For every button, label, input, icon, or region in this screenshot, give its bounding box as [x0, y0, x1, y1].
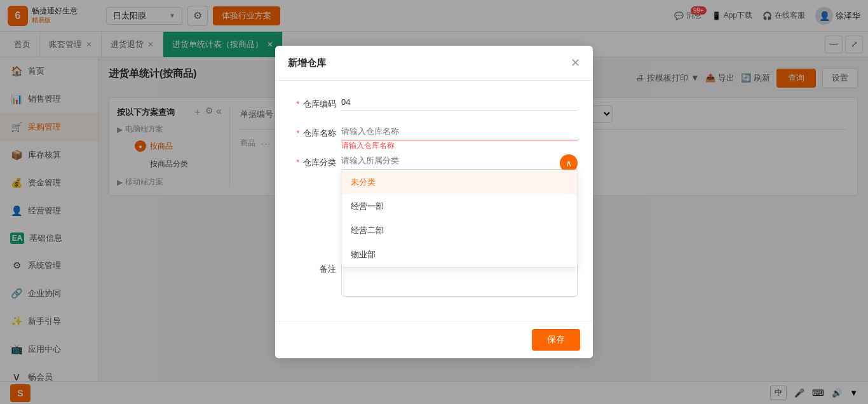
name-label: * 仓库名称: [290, 123, 341, 139]
dropdown-item-dept1[interactable]: 经营一部: [342, 194, 577, 219]
category-input[interactable]: [341, 152, 578, 170]
modal-body: * 仓库编码 * 仓库名称 请输入仓库名称 * 仓库分类 ∧: [275, 81, 593, 321]
save-button[interactable]: 保存: [532, 329, 580, 351]
modal-title: 新增仓库: [288, 57, 326, 69]
name-form-row: * 仓库名称 请输入仓库名称: [290, 123, 578, 140]
notes-label: 备注: [290, 259, 341, 275]
modal-close-button[interactable]: ✕: [571, 56, 580, 70]
dropdown-item-dept2[interactable]: 经营二部: [342, 219, 577, 243]
name-error-message: 请输入仓库名称: [341, 140, 395, 151]
dropdown-item-dept3[interactable]: 物业部: [342, 243, 577, 267]
required-star: *: [296, 99, 299, 109]
code-label: * 仓库编码: [290, 93, 341, 110]
category-input-wrapper: ∧ 未分类 经营一部 经营二部 物业部: [341, 152, 578, 170]
code-form-row: * 仓库编码: [290, 93, 578, 111]
modal-header: 新增仓库 ✕: [275, 46, 593, 81]
dropdown-item-uncategorized[interactable]: 未分类: [342, 170, 577, 194]
code-input[interactable]: [341, 93, 578, 111]
category-label: * 仓库分类: [290, 152, 341, 168]
name-input[interactable]: [341, 123, 578, 140]
add-warehouse-modal: 新增仓库 ✕ * 仓库编码 * 仓库名称 请输入仓库名称 *: [275, 46, 593, 358]
modal-footer: 保存: [275, 321, 593, 358]
category-form-row: * 仓库分类 ∧ 未分类 经营一部 经营二部 物业部: [290, 152, 578, 170]
category-dropdown: 未分类 经营一部 经营二部 物业部: [341, 170, 578, 267]
